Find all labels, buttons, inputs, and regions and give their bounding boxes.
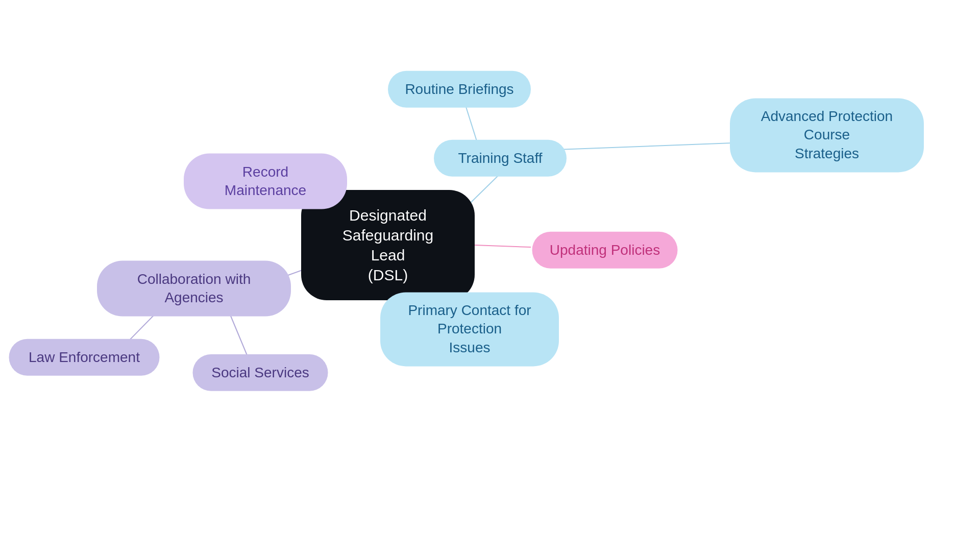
collaboration-node: Collaboration with Agencies <box>97 261 291 317</box>
svg-line-8 <box>475 245 531 247</box>
routine-briefings-node: Routine Briefings <box>388 71 531 108</box>
primary-contact-node: Primary Contact for ProtectionIssues <box>380 292 559 366</box>
routine-briefings-label: Routine Briefings <box>405 80 513 99</box>
updating-policies-label: Updating Policies <box>550 241 660 259</box>
dsl-label: Designated Safeguarding Lead(DSL) <box>327 205 449 285</box>
collaboration-label: Collaboration with Agencies <box>113 270 275 307</box>
record-maintenance-node: Record Maintenance <box>184 154 347 209</box>
advanced-protection-label: Advanced Protection CourseStrategies <box>746 107 908 163</box>
primary-contact-label: Primary Contact for ProtectionIssues <box>397 301 543 357</box>
law-enforcement-label: Law Enforcement <box>29 348 140 367</box>
law-enforcement-node: Law Enforcement <box>9 339 160 376</box>
training-staff-node: Training Staff <box>434 140 567 177</box>
advanced-protection-node: Advanced Protection CourseStrategies <box>730 98 924 172</box>
training-staff-label: Training Staff <box>458 149 543 167</box>
social-services-label: Social Services <box>211 364 309 382</box>
updating-policies-node: Updating Policies <box>532 232 678 269</box>
social-services-node: Social Services <box>193 354 328 391</box>
record-maintenance-label: Record Maintenance <box>200 163 331 200</box>
